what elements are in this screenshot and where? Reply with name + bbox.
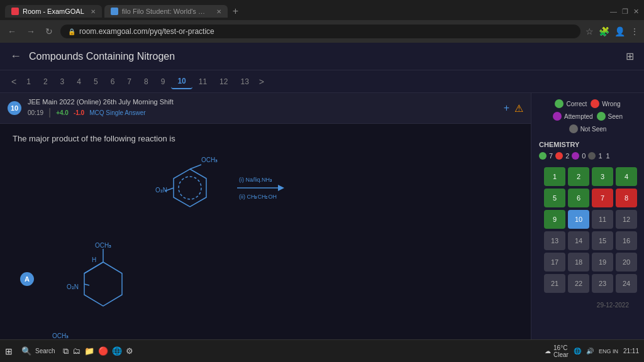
window-maximize[interactable]: ❐ — [622, 8, 628, 16]
app-back-button[interactable]: ← — [10, 50, 21, 63]
q-nav-6[interactable]: 6 — [104, 75, 121, 89]
q-nav-7[interactable]: 7 — [121, 75, 138, 89]
start-button[interactable]: ⊞ — [5, 346, 13, 356]
weather-info: 16°C Clear — [553, 344, 569, 358]
product-svg-a: OCH₃ H O₂N — [40, 240, 166, 315]
q-nav-next[interactable]: > — [255, 77, 268, 87]
svg-marker-12 — [84, 262, 122, 306]
q-nav-3[interactable]: 3 — [54, 75, 71, 89]
question-area: 10 JEE Main 2022 (Online) 26th July Morn… — [0, 93, 531, 339]
q-cell-24[interactable]: 24 — [616, 274, 637, 293]
q-cell-14[interactable]: 14 — [568, 231, 589, 250]
back-button[interactable]: ← — [5, 25, 19, 38]
puzzle-icon[interactable]: 🧩 — [599, 26, 609, 36]
taskbar-chrome-icon[interactable]: 🌐 — [112, 346, 122, 356]
question-meta: JEE Main 2022 (Online) 26th July Morning… — [28, 98, 497, 118]
menu-icon[interactable]: ⋮ — [630, 26, 639, 36]
taskbar-windows-icon[interactable]: ⧉ — [63, 346, 69, 356]
tab-examgoal[interactable]: Room - ExamGOAL ✕ — [5, 5, 102, 18]
legend-wrong: Wrong — [591, 99, 620, 108]
q-cell-11[interactable]: 11 — [592, 210, 613, 229]
svg-text:OCH₃: OCH₃ — [95, 242, 111, 249]
network-icon[interactable]: 🌐 — [574, 348, 581, 354]
q-cell-12[interactable]: 12 — [616, 210, 637, 229]
question-info-row: 00:19 | +4.0 -1.0 MCQ Single Answer — [28, 107, 497, 118]
window-minimize[interactable]: — — [610, 8, 617, 15]
taskbar-browser-icon[interactable]: 🔴 — [98, 346, 108, 356]
forward-button[interactable]: → — [24, 25, 38, 38]
chemistry-summary: 7 2 0 1 1 — [539, 152, 636, 160]
window-close[interactable]: ✕ — [633, 8, 639, 16]
legend: Correct Wrong Attempted Seen Not Seen — [531, 93, 644, 137]
q-cell-18[interactable]: 18 — [568, 253, 589, 272]
reaction-diagram: OCH₃ O₂N (i) Na/liq.NH₃ (ii) CH₃CH₂OH — [13, 153, 518, 229]
q-nav-11[interactable]: 11 — [192, 75, 213, 89]
q-cell-5[interactable]: 5 — [544, 189, 565, 207]
q-nav-2[interactable]: 2 — [37, 75, 54, 89]
q-nav-8[interactable]: 8 — [138, 75, 155, 89]
legend-correct-label: Correct — [566, 101, 587, 107]
tab-close-filo[interactable]: ✕ — [216, 8, 221, 15]
q-cell-9[interactable]: 9 — [544, 210, 565, 229]
q-cell-22[interactable]: 22 — [568, 274, 589, 293]
weather-desc: Clear — [553, 351, 569, 358]
q-cell-2[interactable]: 2 — [568, 167, 589, 186]
tab-add-button[interactable]: + — [230, 6, 241, 17]
q-cell-6[interactable]: 6 — [568, 189, 589, 207]
svg-text:H: H — [92, 256, 96, 263]
legend-correct: Correct — [555, 99, 587, 108]
taskbar-store-icon[interactable]: 🗂 — [72, 346, 80, 356]
question-body: The major product of the following react… — [0, 124, 531, 339]
q-cell-15[interactable]: 15 — [592, 231, 613, 250]
q-cell-17[interactable]: 17 — [544, 253, 565, 272]
q-nav-10[interactable]: 10 — [171, 74, 192, 89]
q-nav-9[interactable]: 9 — [155, 75, 172, 89]
taskbar-settings-icon[interactable]: ⚙ — [126, 346, 133, 356]
q-cell-10[interactable]: 10 — [568, 210, 589, 229]
q-cell-23[interactable]: 23 — [592, 274, 613, 293]
report-button[interactable]: ⚠ — [514, 102, 523, 114]
question-grid: 1 2 3 4 5 6 7 8 9 10 11 12 13 14 15 16 1 — [539, 165, 636, 298]
taskbar-search-label[interactable]: Search — [35, 348, 55, 354]
tab-close-examgoal[interactable]: ✕ — [91, 8, 96, 15]
q-cell-7[interactable]: 7 — [592, 189, 613, 207]
q-nav-12[interactable]: 12 — [213, 75, 234, 89]
summ-correct-dot — [539, 152, 547, 160]
q-nav-13[interactable]: 13 — [234, 75, 255, 89]
q-cell-4[interactable]: 4 — [616, 167, 637, 186]
q-cell-8[interactable]: 8 — [616, 189, 637, 207]
summ-not-seen-count: 1 — [598, 152, 602, 160]
translate-icon[interactable]: ⊞ — [626, 50, 634, 62]
q-cell-13[interactable]: 13 — [544, 231, 565, 250]
clock-time: 21:11 — [623, 348, 639, 354]
tab-filo[interactable]: filo Filo Student: World's Only Live h..… — [104, 5, 228, 18]
url-text: room.examgoal.com/pyq/test-or-practice — [79, 27, 214, 36]
svg-line-13 — [84, 262, 103, 273]
svg-line-4 — [190, 165, 201, 169]
sidebar-date: 29-12-2022 — [539, 298, 636, 312]
refresh-button[interactable]: ↻ — [43, 25, 55, 38]
q-nav-5[interactable]: 5 — [87, 75, 104, 89]
q-cell-3[interactable]: 3 — [592, 167, 613, 186]
q-cell-1[interactable]: 1 — [544, 167, 565, 186]
bookmark-icon[interactable]: ☆ — [586, 26, 594, 36]
profile-icon[interactable]: 👤 — [614, 26, 625, 36]
add-to-list-button[interactable]: + — [504, 102, 509, 114]
chemistry-section: CHEMISTRY 7 2 0 1 1 1 2 3 4 — [531, 137, 644, 316]
q-nav-1[interactable]: 1 — [20, 75, 37, 89]
taskbar-explorer-icon[interactable]: 📁 — [84, 346, 94, 356]
q-nav-4[interactable]: 4 — [70, 75, 87, 89]
q-nav-prev[interactable]: < — [8, 77, 20, 87]
q-cell-20[interactable]: 20 — [616, 253, 637, 272]
browser-toolbar: ☆ 🧩 👤 ⋮ — [586, 26, 639, 36]
q-cell-21[interactable]: 21 — [544, 274, 565, 293]
marks-positive: +4.0 — [56, 109, 69, 116]
url-bar[interactable]: 🔒 room.examgoal.com/pyq/test-or-practice — [60, 25, 580, 38]
q-cell-16[interactable]: 16 — [616, 231, 637, 250]
summ-attempted-dot — [572, 152, 579, 160]
q-cell-19[interactable]: 19 — [592, 253, 613, 272]
taskbar-search-icon[interactable]: 🔍 — [21, 346, 31, 356]
weather-temp: 16°C — [553, 344, 569, 351]
answer-option-a[interactable]: A OCH₃ H — [13, 235, 518, 323]
sound-icon[interactable]: 🔊 — [586, 348, 594, 354]
